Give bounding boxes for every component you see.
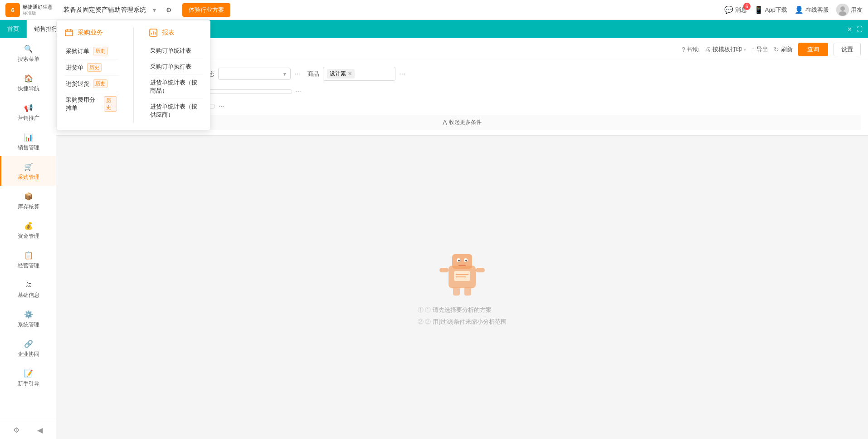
col-divider — [133, 38, 134, 123]
svg-rect-14 — [453, 287, 460, 296]
goods-more-btn[interactable]: ··· — [399, 70, 405, 78]
dropdown-report-incoming-goods[interactable]: 进货单统计表（按商品） — [148, 75, 203, 99]
salesman-input[interactable] — [201, 89, 292, 94]
online-service-btn[interactable]: 👤 在线客服 — [795, 5, 829, 14]
salesman-more-btn[interactable]: ··· — [296, 88, 302, 96]
svg-text:6: 6 — [11, 7, 14, 14]
help-btn[interactable]: ? 帮助 — [682, 45, 699, 54]
print-dropdown-icon[interactable]: ▾ — [744, 47, 746, 52]
window-maximize-icon[interactable]: ⛶ — [857, 26, 863, 33]
history-badge-3: 历史 — [104, 96, 117, 112]
inventory-icon: 📦 — [24, 191, 34, 201]
sidebar-item-search[interactable]: 🔍 搜索菜单 — [0, 38, 56, 68]
home-icon: 🏠 — [24, 73, 34, 83]
top-actions: 💬 消息 6 📱 App下载 👤 在线客服 用友 — [724, 4, 863, 16]
window-close-icon[interactable]: ✕ — [847, 26, 852, 33]
dropdown-cost[interactable]: 采购费用分摊单 历史 — [64, 92, 119, 116]
refresh-icon: ↻ — [774, 46, 779, 53]
goods-label: 商品 — [307, 70, 319, 78]
app-download-btn[interactable]: 📱 App下载 — [754, 5, 787, 14]
industry-btn[interactable]: 体验行业方案 — [182, 3, 230, 17]
history-badge-2: 历史 — [93, 79, 107, 88]
status-more-btn[interactable]: ··· — [294, 70, 300, 78]
settings-btn[interactable]: 设置 — [834, 43, 861, 56]
dropdown-menu: 采购业务 采购订单 历史 进货单 历史 进货退货 历史 采购费用分摊单 历史 — [56, 38, 210, 130]
message-badge: 6 — [743, 3, 751, 10]
system-title-text: 装备及固定资产辅助管理系统 — [63, 6, 146, 14]
purchase-icon: 🛒 — [24, 162, 34, 172]
sidebar-item-quick-nav[interactable]: 🏠 快捷导航 — [0, 68, 56, 97]
guide-icon: 📝 — [24, 368, 34, 378]
top-bar: 6 畅捷通好生意 标准版 装备及固定资产辅助管理系统 ▾ ⚙ 体验行业方案 💬 … — [0, 0, 868, 20]
dropdown-columns: 采购业务 采购订单 历史 进货单 历史 进货退货 历史 采购费用分摊单 历史 — [64, 38, 203, 123]
svg-point-4 — [839, 11, 846, 16]
sales-icon: 📊 — [24, 132, 34, 142]
sidebar-item-marketing[interactable]: 📢 营销推广 — [0, 97, 56, 127]
refresh-btn[interactable]: ↻ 刷新 — [774, 45, 793, 54]
basic-info-icon: 🗂 — [24, 280, 34, 290]
purchase-col: 采购业务 采购订单 历史 进货单 历史 进货退货 历史 采购费用分摊单 历史 — [64, 38, 119, 123]
system-title-area: 装备及固定资产辅助管理系统 ▾ ⚙ 体验行业方案 — [60, 3, 724, 17]
empty-state: ① 请先选择要分析的方案 ② 用[过滤]条件来缩小分析范围 — [56, 136, 868, 439]
goods-input[interactable]: 设计素 ✕ — [323, 67, 395, 81]
svg-rect-16 — [454, 271, 470, 281]
sidebar-collapse-btn[interactable]: ◀ — [37, 426, 43, 434]
print-icon: 🖨 — [704, 46, 711, 53]
report-col: 报表 采购订单统计表 采购订单执行表 进货单统计表（按商品） 进货单统计表（按供… — [148, 38, 203, 123]
logo-text: 畅捷通好生意 标准版 — [23, 4, 53, 16]
status-select-wrapper — [218, 68, 291, 80]
svg-rect-13 — [476, 268, 485, 272]
empty-tips: ① 请先选择要分析的方案 ② 用[过滤]条件来缩小分析范围 — [418, 304, 507, 328]
system-settings-icon[interactable]: ⚙ — [162, 4, 175, 16]
logo-icon: 6 — [5, 3, 20, 17]
tab-window-controls: ✕ ⛶ — [842, 20, 868, 38]
dropdown-purchase-order[interactable]: 采购订单 历史 — [64, 43, 119, 59]
finance-icon: 💰 — [24, 221, 34, 231]
goods-filter: 商品 设计素 ✕ ··· — [307, 67, 405, 81]
operation-icon: 📋 — [24, 250, 34, 260]
system-dropdown-icon[interactable]: ▾ — [150, 5, 159, 15]
sidebar-item-enterprise[interactable]: 🔗 企业协同 — [0, 333, 56, 363]
svg-rect-15 — [464, 287, 471, 296]
user-avatar — [836, 4, 849, 16]
history-badge-0: 历史 — [93, 47, 107, 55]
svg-rect-6 — [452, 254, 472, 269]
empty-tip-1: ① 请先选择要分析的方案 — [418, 304, 507, 316]
search-icon: 🔍 — [24, 44, 34, 54]
tab-home[interactable]: 首页 — [0, 20, 27, 38]
tag-close-icon[interactable]: ✕ — [348, 71, 352, 77]
dropdown-report-purchase-exec[interactable]: 采购订单执行表 — [148, 59, 203, 75]
svg-point-3 — [840, 6, 845, 11]
history-badge-1: 历史 — [87, 63, 102, 72]
sidebar-item-inventory[interactable]: 📦 库存核算 — [0, 186, 56, 215]
goods-tag: 设计素 ✕ — [327, 69, 355, 79]
export-btn[interactable]: ↑ 导出 — [751, 45, 768, 54]
sidebar-item-basic-info[interactable]: 🗂 基础信息 — [0, 274, 56, 304]
sidebar-item-finance[interactable]: 💰 资金管理 — [0, 215, 56, 245]
customer-more-btn[interactable]: ··· — [219, 102, 224, 110]
print-btn[interactable]: 🖨 按模板打印 ▾ — [704, 45, 746, 54]
svg-rect-12 — [439, 268, 449, 272]
status-select[interactable] — [218, 68, 291, 80]
dropdown-return[interactable]: 进货退货 历史 — [64, 76, 119, 92]
sidebar-settings-btn[interactable]: ⚙ — [13, 426, 20, 434]
dropdown-report-incoming-supplier[interactable]: 进货单统计表（按供应商） — [148, 99, 203, 123]
logo-area: 6 畅捷通好生意 标准版 — [5, 3, 60, 17]
sidebar-item-system[interactable]: ⚙️ 系统管理 — [0, 304, 56, 333]
dropdown-report-purchase-stat[interactable]: 采购订单统计表 — [148, 43, 203, 59]
svg-point-10 — [465, 260, 467, 261]
main-layout: 🔍 搜索菜单 🏠 快捷导航 📢 营销推广 📊 销售管理 🛒 采购管理 📦 库存核… — [0, 38, 868, 439]
dropdown-incoming[interactable]: 进货单 历史 — [64, 59, 119, 76]
message-btn[interactable]: 💬 消息 6 — [724, 5, 747, 14]
sidebar-item-guide[interactable]: 📝 新手引导 — [0, 363, 56, 392]
empty-illustration — [435, 247, 489, 299]
empty-tip-2: ② 用[过滤]条件来缩小分析范围 — [418, 316, 507, 328]
help-icon: ? — [682, 46, 685, 53]
user-area[interactable]: 用友 — [836, 4, 863, 16]
sidebar-item-sales[interactable]: 📊 销售管理 — [0, 127, 56, 156]
query-btn[interactable]: 查询 — [798, 43, 828, 56]
svg-rect-11 — [458, 265, 466, 266]
sidebar-item-purchase[interactable]: 🛒 采购管理 — [0, 156, 56, 186]
sidebar-bottom: ⚙ ◀ — [0, 421, 56, 439]
sidebar-item-operation[interactable]: 📋 经营管理 — [0, 245, 56, 274]
